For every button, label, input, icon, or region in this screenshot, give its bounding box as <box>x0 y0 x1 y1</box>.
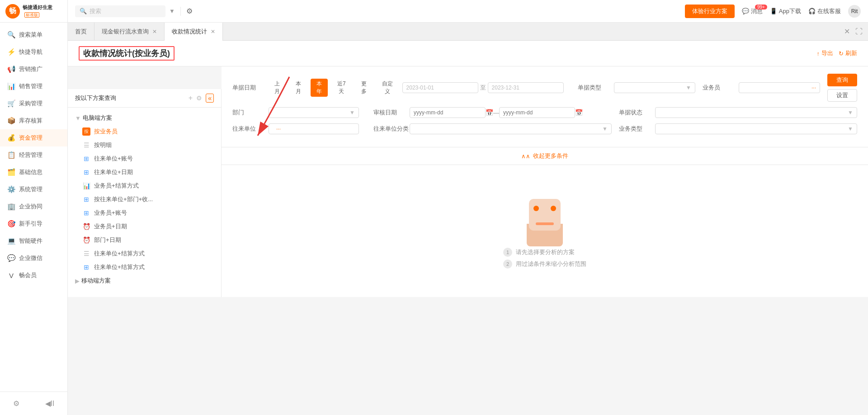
tree-item-salesman-date[interactable]: ⏰ 业务员+日期 <box>68 220 221 233</box>
app-download-btn[interactable]: 📱 App下载 <box>770 7 801 15</box>
sidebar-collapse-btn[interactable]: ◀II <box>42 396 58 411</box>
sidebar-settings-btn[interactable]: ⚙ <box>9 396 23 411</box>
date-to-input[interactable] <box>488 82 564 93</box>
setting-btn[interactable]: 设置 <box>827 89 857 102</box>
sidebar-item-basic[interactable]: 🗂️ 基础信息 <box>0 164 67 181</box>
counterpart-type-select[interactable]: ▼ <box>410 123 612 134</box>
date-btn-last-month[interactable]: 上月 <box>269 79 286 97</box>
sidebar-item-operations[interactable]: 📋 经营管理 <box>0 146 67 164</box>
tree-label-salesman-settle: 业务员+结算方式 <box>94 182 139 190</box>
review-cal-from[interactable]: 📅 <box>486 109 493 116</box>
step-2: 2 用过滤条件来缩小分析范围 <box>503 258 586 270</box>
sidebar-item-purchase[interactable]: 🛒 采购管理 <box>0 95 67 112</box>
sidebar-item-finance[interactable]: 💰 资金管理 <box>0 129 67 146</box>
tab-home[interactable]: 首页 <box>68 23 94 41</box>
sidebar-item-quicknav[interactable]: ⚡ 快捷导航 <box>0 43 67 61</box>
filter-row-2: 部门 ▼ 审核日期 📅 — 📅 <box>232 107 857 118</box>
salesman-more[interactable]: ··· <box>811 85 816 91</box>
date-btn-this-month[interactable]: 本月 <box>289 79 307 97</box>
collapse-bar[interactable]: ∧∧ 收起更多条件 <box>222 147 868 165</box>
step-1-num: 1 <box>503 248 512 257</box>
topbar-gear-btn[interactable]: ⚙ <box>186 7 193 15</box>
sidebar-item-wechat[interactable]: 💬 企业微信 <box>0 250 67 267</box>
tree-desktop-parent[interactable]: ▼ 电脑端方案 <box>68 111 221 125</box>
tab-close-all-btn[interactable]: ✕ <box>844 27 850 36</box>
empty-illustration <box>518 192 572 237</box>
date-btn-custom[interactable]: 自定义 <box>376 79 399 97</box>
counterpart-more[interactable]: ··· <box>276 126 281 132</box>
finance-icon: 💰 <box>7 134 15 142</box>
date-btn-7days[interactable]: 近7天 <box>331 79 352 97</box>
left-panel-settings-btn[interactable]: ⚙ <box>196 94 202 102</box>
tree-item-salesman-account[interactable]: ⊞ 业务员+账号 <box>68 206 221 220</box>
message-btn[interactable]: 💬 消息 99+ <box>742 7 763 15</box>
sidebar-item-marketing[interactable]: 📢 营销推广 <box>0 61 67 78</box>
review-date-to[interactable] <box>499 107 575 118</box>
tree-icon-unit-settle2: ⊞ <box>82 263 90 271</box>
topbar-search[interactable]: 🔍 搜索 <box>75 5 165 17</box>
tree-mobile-parent[interactable]: ▶ 移动端方案 <box>68 274 221 288</box>
topbar-actions: 体验行业方案 💬 消息 99+ 📱 App下载 🎧 在线客服 Rit <box>685 5 861 18</box>
review-date-from[interactable] <box>410 107 486 118</box>
tree-item-unit-settle1[interactable]: ☰ 往来单位+结算方式 <box>68 247 221 260</box>
sidebar-item-purchase-label: 采购管理 <box>19 99 42 108</box>
tree-icon-dept-date: ⏰ <box>82 236 90 244</box>
salesman-select[interactable]: ··· <box>739 82 820 93</box>
sidebar-item-guide[interactable]: 🎯 新手引导 <box>0 215 67 232</box>
left-panel-add-btn[interactable]: + <box>189 94 193 102</box>
tree-item-salesman-settle[interactable]: 📊 业务员+结算方式 <box>68 179 221 193</box>
empty-steps: 1 请先选择要分析的方案 2 用过滤条件来缩小分析范围 <box>503 246 586 270</box>
tree-item-unit-settle2[interactable]: ⊞ 往来单位+结算方式 <box>68 260 221 274</box>
query-btn[interactable]: 查询 <box>827 74 857 86</box>
tree-item-unit-dept[interactable]: ⊞ 按往来单位+部门+收... <box>68 193 221 206</box>
tree-expand-icon: ▼ <box>75 115 81 122</box>
step-2-text: 用过滤条件来缩小分析范围 <box>516 258 586 270</box>
sidebar-item-operations-label: 经营管理 <box>19 151 42 159</box>
sidebar-item-inventory[interactable]: 📦 库存核算 <box>0 112 67 129</box>
sidebar-item-sales-label: 销售管理 <box>19 82 42 90</box>
refresh-btn[interactable]: ↻ 刷新 <box>839 49 857 57</box>
date-btn-this-year[interactable]: 本年 <box>311 79 328 97</box>
tab-fullscreen-btn[interactable]: ⛶ <box>855 28 863 36</box>
biz-type-select[interactable]: ▼ <box>655 123 857 134</box>
tree-item-by-salesman[interactable]: 按 按业务员 <box>68 125 221 138</box>
tree-item-by-detail[interactable]: ☰ 按明细 <box>68 138 221 152</box>
enterprise-icon: 🏢 <box>7 203 15 211</box>
query-btn-group: 查询 设置 <box>827 74 857 102</box>
topbar-divider <box>180 7 181 16</box>
doc-status-select[interactable]: ▼ <box>655 107 857 118</box>
tab-bank[interactable]: 现金银行流水查询 ✕ <box>94 23 165 41</box>
sidebar-item-hardware[interactable]: 💻 智能硬件 <box>0 232 67 250</box>
online-service-btn[interactable]: 🎧 在线客服 <box>808 7 841 15</box>
date-from-input[interactable] <box>402 82 478 93</box>
user-avatar[interactable]: Rit <box>848 5 861 18</box>
date-btn-more[interactable]: 更多 <box>355 79 373 97</box>
doc-type-select[interactable]: ▼ <box>614 82 695 93</box>
topbar-dropdown-icon[interactable]: ▼ <box>169 8 175 14</box>
sidebar-item-sales[interactable]: 📊 销售管理 <box>0 78 67 95</box>
sidebar-item-search[interactable]: 🔍 搜索菜单 <box>0 26 67 43</box>
tab-collection[interactable]: 收款情况统计 ✕ <box>165 23 223 41</box>
counterpart-select[interactable]: ··· <box>269 123 359 134</box>
tree-item-unit-date[interactable]: ⊞ 往来单位+日期 <box>68 165 221 179</box>
sidebar-item-system[interactable]: ⚙️ 系统管理 <box>0 181 67 198</box>
collapse-label: 收起更多条件 <box>533 152 568 160</box>
sidebar-item-vip[interactable]: V 畅会员 <box>0 267 67 284</box>
collapse-up-icon: ∧∧ <box>521 153 530 160</box>
page-header-actions: ↑ 导出 ↻ 刷新 <box>817 49 858 57</box>
trial-btn[interactable]: 体验行业方案 <box>685 5 735 18</box>
review-cal-to[interactable]: 📅 <box>575 109 583 116</box>
tree-icon-unit-date: ⊞ <box>82 168 90 176</box>
sidebar-item-enterprise[interactable]: 🏢 企业协同 <box>0 198 67 215</box>
tab-collection-close[interactable]: ✕ <box>211 28 215 35</box>
left-panel-collapse-btn[interactable]: « <box>206 94 214 103</box>
sidebar-nav: 🔍 搜索菜单 ⚡ 快捷导航 📢 营销推广 📊 销售管理 🛒 采购管理 📦 库存核… <box>0 23 67 391</box>
tree-item-dept-date[interactable]: ⏰ 部门+日期 <box>68 233 221 247</box>
dept-label: 部门 <box>232 108 269 117</box>
tree-item-unit-account[interactable]: ⊞ 往来单位+账号 <box>68 152 221 165</box>
step-1-text: 请先选择要分析的方案 <box>516 246 575 258</box>
dept-select[interactable]: ▼ <box>269 107 359 118</box>
export-btn[interactable]: ↑ 导出 <box>817 49 834 57</box>
tab-bank-close[interactable]: ✕ <box>152 28 157 35</box>
salesman-label: 业务员 <box>703 84 739 92</box>
